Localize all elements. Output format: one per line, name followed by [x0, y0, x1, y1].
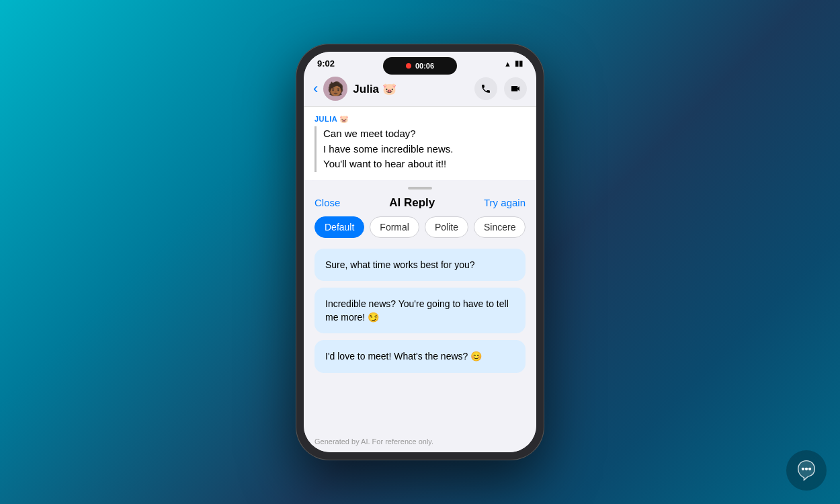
svg-point-0	[802, 468, 804, 470]
chip-sincere[interactable]: Sincere	[474, 216, 526, 238]
message-line-2: I have some incredible news.	[323, 143, 453, 155]
ai-reply-panel: Close AI Reply Try again Default Formal …	[304, 180, 536, 453]
status-bar: 9:02 00:06 ▲ ▮▮	[304, 52, 536, 71]
message-line-3: You'll want to hear about it!!	[323, 158, 446, 169]
ai-footer: Generated by AI. For reference only.	[304, 433, 536, 452]
reply-suggestions: Sure, what time works best for you? Incr…	[304, 246, 536, 434]
video-button[interactable]	[504, 77, 527, 100]
reply-card-1[interactable]: Sure, what time works best for you?	[314, 249, 526, 281]
avatar: 🧑🏾	[323, 77, 347, 101]
back-button[interactable]: ‹	[313, 80, 318, 97]
chip-formal[interactable]: Formal	[370, 216, 419, 238]
phone-wrapper: 9:02 00:06 ▲ ▮▮ ‹ 🧑🏾 Julia 🐷	[296, 44, 544, 460]
panel-header: Close AI Reply Try again	[304, 194, 536, 216]
svg-point-2	[808, 468, 811, 470]
record-timer: 00:06	[415, 62, 434, 70]
wifi-icon: ▲	[504, 60, 511, 68]
chat-header: ‹ 🧑🏾 Julia 🐷	[304, 71, 536, 107]
status-time: 9:02	[317, 58, 335, 69]
phone-button[interactable]	[474, 77, 497, 100]
message-text: Can we meet today? I have some incredibl…	[323, 126, 526, 172]
tone-chips: Default Formal Polite Sincere	[304, 216, 536, 246]
chip-polite[interactable]: Polite	[425, 216, 468, 238]
logo-badge	[786, 450, 827, 491]
status-icons: ▲ ▮▮	[504, 59, 523, 68]
battery-icon: ▮▮	[515, 59, 523, 68]
contact-name: Julia 🐷	[353, 82, 474, 96]
panel-handle	[408, 187, 432, 190]
svg-point-1	[805, 468, 808, 470]
header-actions	[474, 77, 527, 100]
reply-card-3[interactable]: I'd love to meet! What's the news? 😊	[314, 340, 526, 372]
try-again-button[interactable]: Try again	[484, 197, 526, 208]
dynamic-island: 00:06	[383, 57, 457, 75]
chat-messages: JULIA 🐷 Can we meet today? I have some i…	[304, 107, 536, 180]
reply-card-2[interactable]: Incredible news? You're going to have to…	[314, 288, 526, 334]
panel-title: AI Reply	[389, 196, 435, 210]
message-line-1: Can we meet today?	[323, 128, 416, 139]
record-dot	[406, 63, 411, 69]
chip-default[interactable]: Default	[314, 216, 364, 238]
message-bubble: Can we meet today? I have some incredibl…	[314, 126, 526, 172]
sender-label: JULIA 🐷	[314, 115, 526, 124]
close-button[interactable]: Close	[314, 197, 340, 208]
phone-screen: 9:02 00:06 ▲ ▮▮ ‹ 🧑🏾 Julia 🐷	[304, 52, 536, 452]
